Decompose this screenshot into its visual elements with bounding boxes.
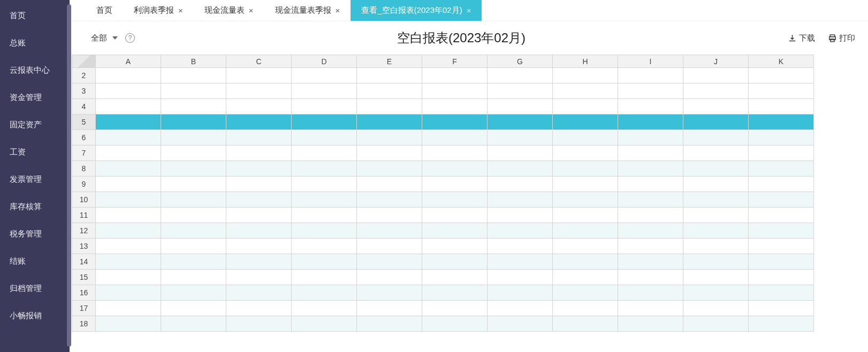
cell-B3[interactable]	[161, 83, 226, 99]
tab-4[interactable]: 查看_空白报表(2023年02月)×	[351, 0, 482, 21]
row-header-13[interactable]: 13	[72, 239, 96, 254]
cell-D17[interactable]	[292, 301, 357, 316]
cell-F15[interactable]	[422, 270, 488, 285]
cell-G18[interactable]	[488, 316, 553, 332]
tab-3[interactable]: 现金流量表季报×	[264, 0, 351, 21]
cell-G16[interactable]	[488, 285, 553, 301]
cell-E12[interactable]	[357, 223, 422, 239]
cell-A4[interactable]	[96, 99, 161, 114]
cell-J4[interactable]	[683, 99, 749, 114]
cell-A18[interactable]	[96, 316, 161, 332]
cell-A12[interactable]	[96, 223, 161, 239]
cell-F11[interactable]	[422, 208, 488, 223]
cell-K18[interactable]	[749, 316, 814, 332]
cell-I2[interactable]	[618, 68, 683, 83]
close-icon[interactable]: ×	[178, 6, 183, 15]
cell-B9[interactable]	[161, 177, 226, 192]
row-header-15[interactable]: 15	[72, 270, 96, 285]
cell-F10[interactable]	[422, 192, 488, 208]
col-header-G[interactable]: G	[488, 55, 553, 68]
sidebar-item-1[interactable]: 总账	[0, 29, 70, 57]
cell-B11[interactable]	[161, 208, 226, 223]
row-header-17[interactable]: 17	[72, 301, 96, 316]
cell-E15[interactable]	[357, 270, 422, 285]
cell-D8[interactable]	[292, 161, 357, 177]
cell-B4[interactable]	[161, 99, 226, 114]
cell-H5[interactable]	[553, 114, 618, 130]
cell-K14[interactable]	[749, 254, 814, 270]
cell-C16[interactable]	[226, 285, 292, 301]
cell-C9[interactable]	[226, 177, 292, 192]
cell-A9[interactable]	[96, 177, 161, 192]
col-header-K[interactable]: K	[749, 55, 814, 68]
cell-H3[interactable]	[553, 83, 618, 99]
sidebar-scrollbar[interactable]	[67, 4, 71, 347]
sidebar-item-5[interactable]: 工资	[0, 139, 70, 166]
cell-K8[interactable]	[749, 161, 814, 177]
cell-G17[interactable]	[488, 301, 553, 316]
cell-G3[interactable]	[488, 83, 553, 99]
cell-B6[interactable]	[161, 130, 226, 146]
cell-H12[interactable]	[553, 223, 618, 239]
cell-I9[interactable]	[618, 177, 683, 192]
cell-G12[interactable]	[488, 223, 553, 239]
cell-K9[interactable]	[749, 177, 814, 192]
cell-C18[interactable]	[226, 316, 292, 332]
cell-G4[interactable]	[488, 99, 553, 114]
cell-C4[interactable]	[226, 99, 292, 114]
row-header-9[interactable]: 9	[72, 177, 96, 192]
filter-dropdown[interactable]: 全部 ?	[91, 33, 135, 43]
cell-E9[interactable]	[357, 177, 422, 192]
close-icon[interactable]: ×	[467, 6, 471, 15]
cell-I18[interactable]	[618, 316, 683, 332]
row-header-12[interactable]: 12	[72, 223, 96, 239]
cell-I10[interactable]	[618, 192, 683, 208]
cell-H7[interactable]	[553, 146, 618, 161]
cell-I15[interactable]	[618, 270, 683, 285]
cell-J15[interactable]	[683, 270, 749, 285]
cell-G10[interactable]	[488, 192, 553, 208]
col-header-C[interactable]: C	[226, 55, 292, 68]
cell-K16[interactable]	[749, 285, 814, 301]
cell-D12[interactable]	[292, 223, 357, 239]
sidebar-item-0[interactable]: 首页	[0, 2, 70, 29]
cell-E8[interactable]	[357, 161, 422, 177]
print-button[interactable]: 打印	[828, 33, 855, 43]
cell-K12[interactable]	[749, 223, 814, 239]
cell-C11[interactable]	[226, 208, 292, 223]
cell-H11[interactable]	[553, 208, 618, 223]
cell-I5[interactable]	[618, 114, 683, 130]
cell-K5[interactable]	[749, 114, 814, 130]
cell-G9[interactable]	[488, 177, 553, 192]
cell-H10[interactable]	[553, 192, 618, 208]
col-header-D[interactable]: D	[292, 55, 357, 68]
cell-K4[interactable]	[749, 99, 814, 114]
help-icon[interactable]: ?	[125, 33, 135, 43]
cell-E17[interactable]	[357, 301, 422, 316]
cell-J12[interactable]	[683, 223, 749, 239]
row-header-7[interactable]: 7	[72, 146, 96, 161]
cell-D9[interactable]	[292, 177, 357, 192]
cell-E5[interactable]	[357, 114, 422, 130]
cell-C6[interactable]	[226, 130, 292, 146]
cell-C12[interactable]	[226, 223, 292, 239]
cell-A15[interactable]	[96, 270, 161, 285]
cell-D2[interactable]	[292, 68, 357, 83]
cell-C3[interactable]	[226, 83, 292, 99]
cell-D14[interactable]	[292, 254, 357, 270]
cell-J7[interactable]	[683, 146, 749, 161]
cell-I16[interactable]	[618, 285, 683, 301]
cell-B7[interactable]	[161, 146, 226, 161]
cell-G11[interactable]	[488, 208, 553, 223]
row-header-8[interactable]: 8	[72, 161, 96, 177]
cell-H16[interactable]	[553, 285, 618, 301]
cell-D4[interactable]	[292, 99, 357, 114]
sheet-corner[interactable]	[72, 55, 96, 68]
cell-B8[interactable]	[161, 161, 226, 177]
cell-F6[interactable]	[422, 130, 488, 146]
sidebar-item-10[interactable]: 归档管理	[0, 275, 70, 302]
cell-I11[interactable]	[618, 208, 683, 223]
row-header-14[interactable]: 14	[72, 254, 96, 270]
cell-I7[interactable]	[618, 146, 683, 161]
cell-J5[interactable]	[683, 114, 749, 130]
